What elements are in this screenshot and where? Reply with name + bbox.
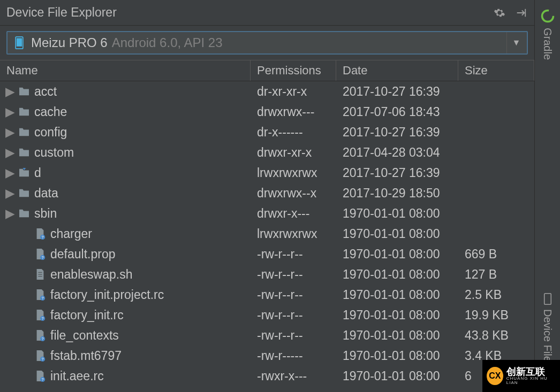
permissions-cell: -rw-r--r--: [251, 267, 336, 282]
file-row[interactable]: ▶customdrwxr-xr-x2017-04-28 03:04: [0, 142, 534, 163]
date-cell: 1970-01-01 08:00: [336, 247, 458, 262]
permissions-cell: drwxrwx--x: [251, 186, 336, 201]
name-cell: ▶data: [0, 186, 251, 201]
file-row[interactable]: ?factory_init.project.rc-rw-r--r--1970-0…: [0, 285, 534, 305]
name-cell: ▶sbin: [0, 206, 251, 221]
file-row[interactable]: ?chargerlrwxrwxrwx1970-01-01 08:00: [0, 224, 534, 244]
file-row[interactable]: ▶acctdr-xr-xr-x2017-10-27 16:39: [0, 81, 534, 102]
gradle-label: Gradle: [541, 28, 554, 60]
column-size[interactable]: Size: [458, 60, 534, 81]
expand-icon[interactable]: ▶: [3, 145, 17, 160]
size-cell: 669 B: [458, 247, 534, 262]
expand-icon[interactable]: ▶: [3, 84, 17, 99]
name-cell: ▶custom: [0, 145, 251, 160]
permissions-cell: -rw-r--r--: [251, 288, 336, 302]
file-row[interactable]: ?factory_init.rc-rw-r--r--1970-01-01 08:…: [0, 305, 534, 325]
svg-rect-17: [544, 293, 551, 304]
file-name: enableswap.sh: [50, 267, 132, 282]
file-row[interactable]: ?init.aee.rc-rwxr-x---1970-01-01 08:006: [0, 366, 534, 386]
svg-text:?: ?: [42, 235, 44, 240]
file-row[interactable]: ?fstab.mt6797-rw-r-----1970-01-01 08:003…: [0, 345, 534, 366]
file-name: init.aee.rc: [50, 369, 104, 383]
device-name: Meizu PRO 6: [31, 35, 108, 50]
file-name: fstab.mt6797: [50, 349, 122, 363]
expand-icon[interactable]: ▶: [3, 166, 17, 180]
file-row[interactable]: ▶sbindrwxr-x---1970-01-01 08:00: [0, 203, 534, 224]
folder-icon: [17, 125, 31, 139]
file-tree[interactable]: ▶acctdr-xr-xr-x2017-10-27 16:39▶cachedrw…: [0, 81, 534, 392]
file-row[interactable]: ▶cachedrwxrwx---2017-07-06 18:43: [0, 102, 534, 122]
watermark-mark: CX: [487, 367, 503, 385]
column-date[interactable]: Date: [336, 60, 458, 81]
file-row[interactable]: ▶configdr-x------2017-10-27 16:39: [0, 122, 534, 142]
file-icon: ?: [33, 308, 47, 322]
size-cell: 19.9 KB: [458, 308, 534, 322]
file-icon: ?: [33, 247, 47, 261]
folder-icon: [17, 186, 31, 200]
date-cell: 1970-01-01 08:00: [336, 267, 458, 282]
file-name: sbin: [34, 206, 57, 221]
gear-icon[interactable]: [493, 6, 506, 20]
chevron-down-icon[interactable]: ▼: [506, 32, 521, 53]
svg-text:?: ?: [42, 377, 44, 382]
gradle-icon: [540, 9, 555, 24]
folder-icon: [17, 206, 31, 220]
file-name: config: [34, 125, 67, 140]
date-cell: 2017-10-27 16:39: [336, 125, 458, 140]
hide-icon[interactable]: [514, 6, 528, 20]
svg-text:?: ?: [42, 316, 44, 321]
file-row[interactable]: ▶dlrwxrwxrwx2017-10-27 16:39: [0, 163, 534, 183]
column-name[interactable]: Name: [0, 60, 251, 81]
file-icon: ?: [33, 227, 47, 241]
permissions-cell: -rw-r--r--: [251, 328, 336, 343]
file-row[interactable]: ▶datadrwxrwx--x2017-10-29 18:50: [0, 183, 534, 203]
svg-text:?: ?: [42, 296, 44, 301]
expand-icon[interactable]: ▶: [3, 186, 17, 201]
file-name: acct: [34, 84, 57, 99]
file-row[interactable]: ?file_contexts-rw-r--r--1970-01-01 08:00…: [0, 325, 534, 345]
svg-text:?: ?: [42, 357, 44, 362]
file-row[interactable]: ?default.prop-rw-r--r--1970-01-01 08:006…: [0, 244, 534, 264]
file-name: factory_init.project.rc: [50, 288, 164, 302]
file-name: default.prop: [50, 247, 115, 262]
svg-text:?: ?: [42, 255, 44, 260]
file-icon: ?: [33, 328, 47, 342]
size-cell: 127 B: [458, 267, 534, 282]
date-cell: 1970-01-01 08:00: [336, 308, 458, 322]
date-cell: 2017-10-29 18:50: [336, 186, 458, 201]
date-cell: 1970-01-01 08:00: [336, 288, 458, 302]
expand-icon[interactable]: ▶: [3, 206, 17, 221]
date-cell: 1970-01-01 08:00: [336, 227, 458, 241]
device-file-explorer-panel: Device File Explorer Meizu PRO 6 Android…: [0, 0, 534, 392]
file-icon: ?: [33, 369, 47, 383]
size-cell: 2.5 KB: [458, 288, 534, 302]
gradle-tool-tab[interactable]: Gradle: [540, 2, 555, 66]
right-tool-rail: Gradle Device File Expl: [534, 0, 560, 392]
folder-icon: [17, 145, 31, 159]
permissions-cell: lrwxrwxrwx: [251, 166, 336, 180]
file-name: d: [34, 166, 41, 180]
expand-icon[interactable]: ▶: [3, 125, 17, 140]
file-row[interactable]: enableswap.sh-rw-r--r--1970-01-01 08:001…: [0, 264, 534, 285]
permissions-cell: drwxrwx---: [251, 105, 336, 119]
device-selector[interactable]: Meizu PRO 6 Android 6.0, API 23 ▼: [6, 31, 528, 55]
date-cell: 2017-10-27 16:39: [336, 166, 458, 180]
watermark-logo: CX 创新互联 CHUANG XIN HU LIAN: [482, 360, 560, 392]
name-cell: ?factory_init.project.rc: [0, 288, 251, 302]
expand-icon[interactable]: ▶: [3, 105, 17, 119]
panel-title: Device File Explorer: [6, 5, 485, 20]
permissions-cell: dr-x------: [251, 125, 336, 140]
name-cell: ▶config: [0, 125, 251, 140]
name-cell: ?factory_init.rc: [0, 308, 251, 322]
column-permissions[interactable]: Permissions: [251, 60, 336, 81]
file-name: charger: [50, 227, 92, 241]
folder-icon: [17, 166, 31, 180]
watermark-brand: 创新互联: [506, 367, 556, 376]
name-cell: ?charger: [0, 227, 251, 241]
name-cell: ?file_contexts: [0, 328, 251, 343]
date-cell: 2017-04-28 03:04: [336, 145, 458, 160]
date-cell: 1970-01-01 08:00: [336, 349, 458, 363]
permissions-cell: lrwxrwxrwx: [251, 227, 336, 241]
name-cell: ▶d: [0, 166, 251, 180]
folder-icon: [17, 84, 31, 98]
